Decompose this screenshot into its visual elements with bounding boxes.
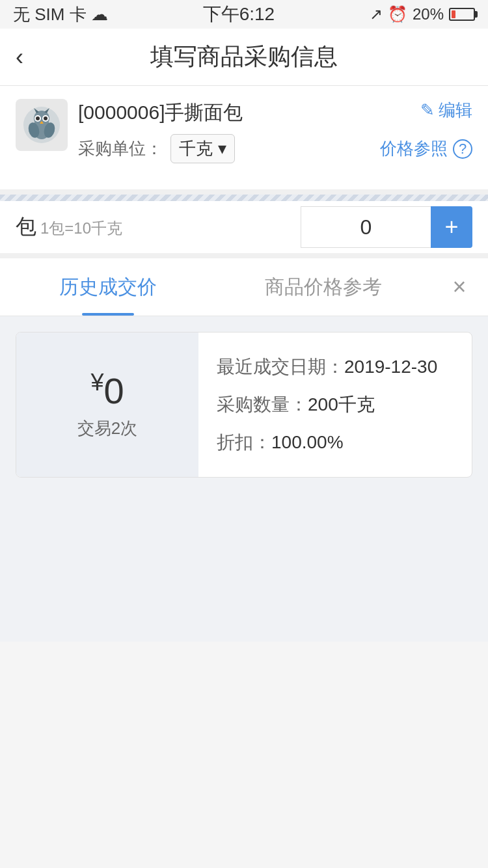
discount-value: 100.00% [271, 432, 344, 452]
svg-point-8 [44, 116, 47, 120]
price-card-right: 最近成交日期：2019-12-30 采购数量：200千克 折扣：100.00% [198, 332, 472, 477]
quantity-row-detail: 采购数量：200千克 [217, 391, 454, 418]
tab-product-price-ref[interactable]: 商品价格参考 [215, 258, 431, 316]
product-thumbnail [16, 99, 68, 151]
unit-label: 采购单位： [78, 137, 163, 160]
status-time: 下午6:12 [203, 2, 275, 27]
price-card-left: ¥0 交易2次 [16, 332, 198, 477]
edit-button[interactable]: ✎ 编辑 [420, 99, 472, 122]
currency-symbol: ¥ [90, 370, 103, 396]
page-title: 填写商品采购信息 [150, 41, 338, 73]
back-button[interactable]: ‹ [16, 44, 23, 71]
quantity-value: 200千克 [308, 394, 375, 414]
status-right: ↗ ⏰ 20% [370, 5, 475, 23]
unit-tag-sub: 1包=10千克 [40, 218, 122, 239]
unit-select[interactable]: 千克 ▾ [170, 134, 235, 163]
dropdown-icon: ▾ [218, 139, 226, 159]
edit-icon: ✎ [420, 100, 435, 120]
product-logo-icon [22, 105, 61, 144]
product-info: [0000006]手撕面包 采购单位： 千克 ▾ [78, 99, 243, 163]
trade-count: 交易2次 [77, 417, 137, 440]
back-icon: ‹ [16, 44, 23, 71]
status-left: 无 SIM 卡 ☁ [13, 3, 108, 26]
stripe-divider [0, 195, 488, 201]
quantity-label: 采购数量： [217, 394, 308, 414]
discount-label: 折扣： [217, 432, 271, 452]
quantity-plus-button[interactable]: + [431, 206, 472, 248]
recent-date-label: 最近成交日期： [217, 357, 344, 377]
product-name: [0000006]手撕面包 [78, 99, 243, 126]
tab-close-button[interactable]: × [431, 258, 488, 316]
price-ref-link[interactable]: 价格参照 [380, 137, 448, 160]
status-bar: 无 SIM 卡 ☁ 下午6:12 ↗ ⏰ 20% [0, 0, 488, 29]
battery-icon [449, 8, 475, 21]
tab-history-price[interactable]: 历史成交价 [0, 258, 215, 316]
price-card: ¥0 交易2次 最近成交日期：2019-12-30 采购数量：200千克 折扣：… [16, 332, 472, 478]
unit-tag: 包 1包=10千克 [16, 213, 122, 241]
quantity-row: 包 1包=10千克 + [0, 201, 488, 258]
quantity-input-area: + [122, 206, 472, 248]
battery-percent: 20% [413, 5, 444, 23]
product-header: [0000006]手撕面包 采购单位： 千克 ▾ ✎ 编辑 价格参照 ? [16, 99, 472, 163]
product-left: [0000006]手撕面包 采购单位： 千克 ▾ [16, 99, 243, 163]
nav-bar: ‹ 填写商品采购信息 [0, 29, 488, 86]
signal-text: 无 SIM 卡 ☁ [13, 3, 108, 26]
purchase-unit-row: 采购单位： 千克 ▾ [78, 134, 243, 163]
discount-row: 折扣：100.00% [217, 429, 454, 456]
price-value: 0 [103, 370, 124, 411]
location-icon: ↗ [370, 5, 383, 23]
svg-point-7 [36, 116, 40, 120]
recent-date-value: 2019-12-30 [344, 357, 437, 377]
help-icon[interactable]: ? [453, 139, 472, 159]
price-ref-row: 价格参照 ? [380, 137, 472, 160]
content-area: ¥0 交易2次 最近成交日期：2019-12-30 采购数量：200千克 折扣：… [0, 316, 488, 642]
alarm-icon: ⏰ [388, 5, 407, 23]
product-section: [0000006]手撕面包 采购单位： 千克 ▾ ✎ 编辑 价格参照 ? [0, 86, 488, 195]
tab-bar: 历史成交价 商品价格参考 × [0, 258, 488, 316]
unit-tag-main: 包 [16, 213, 36, 241]
quantity-input[interactable] [301, 206, 431, 248]
recent-date-row: 最近成交日期：2019-12-30 [217, 353, 454, 381]
price-display: ¥0 [90, 370, 124, 413]
